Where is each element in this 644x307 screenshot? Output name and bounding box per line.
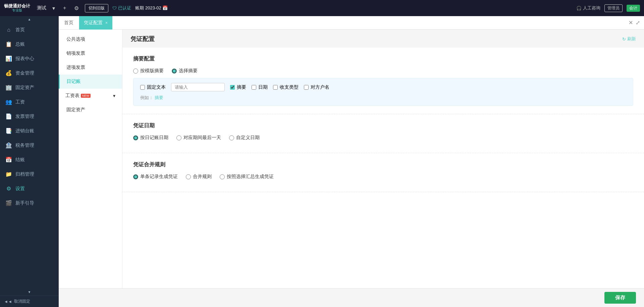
income-type-label: 收支类型 — [280, 84, 299, 90]
left-nav-payroll[interactable]: 工资表 NEW ▾ — [59, 89, 122, 103]
tab-home[interactable]: 首页 — [59, 16, 79, 30]
funds-icon: 💰 — [5, 70, 12, 76]
left-nav-fixed-assets[interactable]: 固定资产 — [59, 103, 122, 117]
summary-template-radio[interactable] — [133, 69, 138, 74]
sidebar-item-settings[interactable]: ⚙ 设置 — [0, 181, 59, 196]
sidebar-item-tax[interactable]: 🏦 税务管理 — [0, 138, 59, 152]
date-option-journal[interactable]: 按日记账日期 — [133, 135, 168, 141]
left-nav-public[interactable]: 公共选项 — [59, 32, 122, 46]
sidebar-scroll-up[interactable]: ▲ — [28, 17, 31, 21]
sidebar-item-wages[interactable]: 👥 工资 — [0, 95, 59, 109]
page-title: 凭证配置 — [130, 35, 155, 43]
sidebar-label-assets: 固定资产 — [15, 85, 34, 91]
consult-button[interactable]: 🎧 人工咨询 — [576, 5, 600, 11]
sidebar-label-closing: 结账 — [15, 157, 25, 163]
merge-option-aggregate[interactable]: 按照选择汇总生成凭证 — [220, 174, 274, 180]
tab-voucher-config-label: 凭证配置 — [84, 20, 103, 26]
project-name[interactable]: 测试 — [37, 5, 46, 11]
date-journal-radio[interactable] — [133, 135, 138, 140]
summary-select-radio[interactable] — [172, 69, 177, 74]
sidebar-item-assets[interactable]: 🏢 固定资产 — [0, 80, 59, 95]
sidebar-label-wages: 工资 — [15, 99, 25, 105]
summary-template-label: 按模版摘要 — [140, 68, 164, 74]
fixed-text-input[interactable] — [171, 83, 225, 91]
date-option-last[interactable]: 对应期间最后一天 — [176, 135, 221, 141]
dropdown-icon[interactable]: ▾ — [50, 4, 57, 13]
income-type-option[interactable]: 收支类型 — [273, 84, 299, 90]
tab-close-icon[interactable]: ✕ — [629, 19, 633, 26]
payroll-label: 工资表 — [65, 93, 79, 99]
tab-voucher-config[interactable]: 凭证配置 × — [79, 16, 112, 30]
summary-option-template[interactable]: 按模版摘要 — [133, 68, 164, 74]
sidebar-item-funds[interactable]: 💰 资金管理 — [0, 66, 59, 80]
sidebar-label-reports: 报表中心 — [15, 56, 34, 62]
date-custom-radio[interactable] — [229, 135, 234, 140]
certified-text: 已认证 — [118, 5, 131, 11]
counterparty-checkbox[interactable] — [304, 85, 309, 90]
summary-select-label: 选择摘要 — [179, 68, 198, 74]
refresh-button[interactable]: ↻ 刷新 — [622, 36, 636, 42]
guide-icon: 🎬 — [5, 200, 12, 206]
switch-old-version-button[interactable]: 切到旧版 — [85, 4, 108, 12]
date-option[interactable]: 日期 — [252, 84, 268, 90]
sidebar-item-home[interactable]: ⌂ 首页 — [0, 23, 59, 37]
sidebar-label-sales: 进销台账 — [15, 128, 34, 134]
income-type-checkbox[interactable] — [273, 85, 278, 90]
date-last-radio[interactable] — [176, 135, 181, 140]
invoices-icon: 📄 — [5, 113, 12, 120]
sidebar-item-sales[interactable]: 📑 进销台账 — [0, 124, 59, 138]
tab-expand-icon[interactable]: ⤢ — [636, 19, 640, 26]
page-header: 凭证配置 ↻ 刷新 — [122, 30, 644, 47]
settings-icon[interactable]: ⚙ — [72, 4, 81, 13]
sidebar-item-guide[interactable]: 🎬 新手引导 — [0, 196, 59, 210]
summary-radio-group: 按模版摘要 选择摘要 — [133, 68, 633, 74]
user-tag[interactable]: 管理员 — [604, 4, 623, 12]
accountant-tag[interactable]: 会计 — [627, 5, 640, 12]
fixed-text-option[interactable]: 固定文本 — [140, 84, 166, 90]
sidebar-scroll-down[interactable]: ▼ — [28, 290, 31, 294]
logo-text: 畅捷通好会计 — [4, 4, 30, 8]
merge-rules-title: 凭证合并规则 — [133, 161, 633, 168]
fixed-text-checkbox[interactable] — [140, 85, 145, 90]
date-option-custom[interactable]: 自定义日期 — [229, 135, 260, 141]
sidebar-item-ledger[interactable]: 📋 总账 — [0, 37, 59, 51]
ledger-icon: 📋 — [5, 41, 12, 47]
merge-rules-radio-group: 单条记录生成凭证 合并规则 按照选择汇总生成凭证 — [133, 174, 633, 180]
summary-box: 固定文本 摘要 日期 — [133, 78, 633, 106]
date-checkbox[interactable] — [252, 85, 256, 90]
save-button[interactable]: 保存 — [604, 292, 636, 304]
merge-single-radio[interactable] — [133, 174, 138, 179]
merge-aggregate-radio[interactable] — [220, 174, 225, 179]
summary-checkbox[interactable] — [230, 85, 235, 90]
add-icon[interactable]: + — [61, 4, 68, 12]
counterparty-option[interactable]: 对方户名 — [304, 84, 329, 90]
sales-icon: 📑 — [5, 128, 12, 134]
logo-sub: 专业版 — [12, 8, 22, 13]
sidebar-item-invoices[interactable]: 📄 发票管理 — [0, 109, 59, 124]
sidebar-label-archive: 归档管理 — [15, 171, 34, 177]
sidebar-item-archive[interactable]: 📁 归档管理 — [0, 167, 59, 181]
merge-option-rule[interactable]: 合并规则 — [186, 174, 212, 180]
refresh-icon: ↻ — [622, 37, 626, 42]
merge-rules-section: 凭证合并规则 单条记录生成凭证 合并规则 — [122, 153, 644, 192]
sidebar-item-closing[interactable]: 📅 结账 — [0, 152, 59, 167]
left-nav-sales-invoice[interactable]: 销项发票 — [59, 46, 122, 60]
home-icon: ⌂ — [5, 27, 12, 33]
cancel-fixed-button[interactable]: ◄◄ 取消固定 — [0, 296, 59, 307]
tab-close-button[interactable]: × — [105, 20, 108, 25]
settings-sidebar-icon: ⚙ — [5, 185, 12, 192]
merge-aggregate-label: 按照选择汇总生成凭证 — [227, 174, 274, 180]
period-info: 账期 2023-02 📅 — [135, 5, 168, 11]
voucher-date-section: 凭证日期 按日记账日期 对应期间最后一天 — [122, 114, 644, 153]
summary-option-select[interactable]: 选择摘要 — [172, 68, 198, 74]
merge-option-single[interactable]: 单条记录生成凭证 — [133, 174, 178, 180]
date-last-label: 对应期间最后一天 — [183, 135, 221, 141]
date-custom-label: 自定义日期 — [236, 135, 260, 141]
new-badge: NEW — [81, 94, 91, 98]
certified-badge: 🛡 已认证 — [112, 5, 131, 11]
summary-check-option[interactable]: 摘要 — [230, 84, 246, 90]
left-nav-purchase-invoice[interactable]: 进项发票 — [59, 60, 122, 75]
merge-rule-radio[interactable] — [186, 174, 191, 179]
left-nav-journal[interactable]: 日记账 — [59, 75, 122, 89]
sidebar-item-reports[interactable]: 📊 报表中心 — [0, 51, 59, 66]
